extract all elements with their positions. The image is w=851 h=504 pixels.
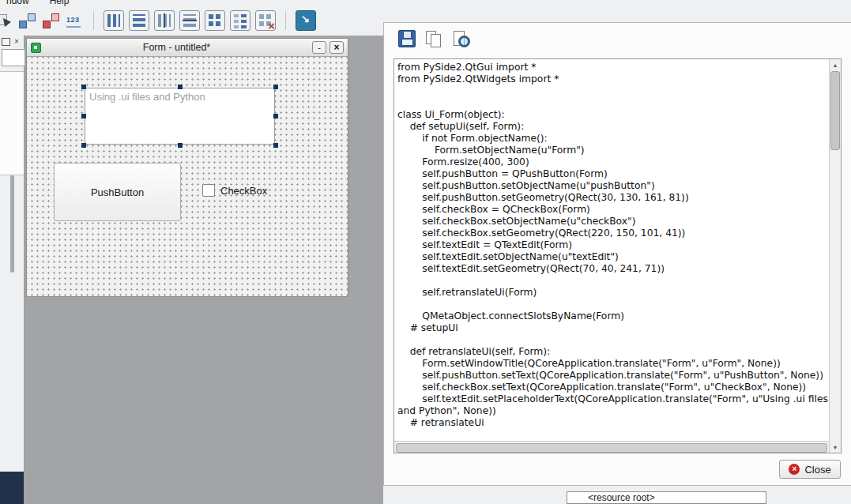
resource-root-item[interactable]: <resource root> (567, 491, 766, 504)
edit-buddies-icon[interactable] (41, 11, 60, 30)
dialog-close-button[interactable]: × Close (779, 460, 841, 479)
code-line: class Ui_Form(object): (397, 109, 829, 121)
checkbox-label: CheckBox (220, 185, 267, 197)
textedit[interactable]: Using .ui files and Python (85, 88, 275, 145)
vertical-scroll-thumb[interactable] (830, 71, 840, 150)
layout-vertical-icon[interactable] (129, 10, 149, 31)
widget-box-scrollbar[interactable] (10, 175, 14, 273)
break-layout-icon[interactable] (255, 10, 276, 31)
code-line: Form.resize(400, 300) (397, 156, 829, 168)
code-view[interactable]: from PySide2.QtGui import *from PySide2.… (393, 58, 842, 453)
code-line: # setupUi (397, 322, 829, 334)
textedit-widget[interactable]: Using .ui files and Python (85, 88, 275, 145)
horizontal-scroll-thumb[interactable] (396, 443, 827, 453)
dock-controls: × (2, 38, 19, 46)
form-canvas[interactable]: Using .ui files and Python PushButton (27, 57, 348, 296)
selection-handle-bottom-middle[interactable] (178, 143, 183, 148)
code-line: self.textEdit.setGeometry(QRect(70, 40, … (397, 263, 829, 275)
code-line: self.checkBox.setObjectName(u"checkBox") (397, 216, 829, 228)
widget-filter-input[interactable] (2, 49, 24, 66)
selection-handle-top-middle[interactable] (178, 85, 183, 89)
code-line: self.retranslateUi(Form) (397, 287, 829, 299)
close-button-label: Close (804, 464, 830, 476)
toolbar-separator (93, 11, 94, 30)
code-line: def retranslateUi(self, Form): (397, 346, 829, 358)
pushbutton-widget[interactable]: PushButton (54, 163, 181, 221)
minimize-button[interactable]: - (312, 41, 326, 54)
horizontal-scrollbar[interactable] (394, 441, 829, 453)
code-line: self.checkBox.setText(QCoreApplication.t… (397, 382, 829, 393)
code-line: from PySide2.QtWidgets import * (397, 73, 829, 85)
close-x-icon: × (789, 464, 800, 475)
code-line: from PySide2.QtGui import * (397, 62, 829, 73)
vertical-scrollbar[interactable]: ▲ ▼ (829, 59, 841, 453)
code-line: self.checkBox = QCheckBox(Form) (397, 204, 829, 216)
widget-box-list[interactable] (0, 71, 24, 175)
form-designer-window: Form - untitled* - × Using .ui files and… (26, 38, 348, 297)
edit-widgets-icon[interactable] (0, 11, 13, 30)
copy-icon[interactable] (425, 30, 442, 47)
toolbar-separator (285, 11, 286, 30)
form-file-icon (31, 43, 41, 53)
code-line (397, 299, 829, 310)
dock-float-icon[interactable] (2, 38, 10, 46)
code-line: # retranslateUi (397, 417, 829, 429)
window-close-button[interactable]: × (329, 41, 344, 54)
selection-handle-middle-right[interactable] (273, 114, 278, 118)
main-toolbar (0, 8, 316, 33)
code-line: self.textEdit.setPlaceholderText(QCoreAp… (397, 393, 829, 405)
selection-handle-middle-left[interactable] (81, 114, 86, 118)
code-preview-dialog: from PySide2.QtGui import *from PySide2.… (383, 22, 851, 486)
code-line: def setupUi(self, Form): (397, 121, 829, 133)
scroll-up-icon[interactable]: ▲ (830, 59, 841, 70)
code-line (397, 85, 829, 97)
code-line (397, 97, 829, 109)
qt-designer-app: ndow Help × Form - untitled* - × Using .… (0, 0, 851, 504)
code-text[interactable]: from PySide2.QtGui import *from PySide2.… (394, 59, 829, 441)
layout-grid-icon[interactable] (205, 10, 225, 31)
save-icon[interactable] (398, 30, 416, 47)
checkbox-widget[interactable]: CheckBox (202, 182, 267, 199)
pushbutton-label: PushButton (91, 186, 144, 198)
code-line (397, 334, 829, 346)
layout-splitter-vertical-icon[interactable] (179, 10, 200, 31)
widget-box-dock: × (0, 36, 24, 504)
code-line: self.pushButton.setText(QCoreApplication… (397, 370, 829, 382)
code-line: self.checkBox.setGeometry(QRect(220, 150… (397, 228, 829, 239)
code-dialog-toolbar (398, 30, 469, 47)
menubar: ndow Help (5, 0, 70, 7)
menu-help[interactable]: Help (48, 0, 71, 7)
form-window-titlebar[interactable]: Form - untitled* - × (27, 39, 348, 57)
menu-window[interactable]: ndow (5, 0, 31, 7)
find-icon[interactable] (452, 30, 469, 47)
layout-form-icon[interactable] (230, 10, 250, 31)
adjust-size-icon[interactable] (296, 10, 316, 31)
edit-signals-slots-icon[interactable] (17, 11, 36, 30)
selection-handle-bottom-left[interactable] (81, 143, 86, 148)
layout-splitter-horizontal-icon[interactable] (154, 10, 175, 31)
code-line: if not Form.objectName(): (397, 133, 829, 145)
mdi-area: Form - untitled* - × Using .ui files and… (24, 36, 383, 504)
code-line: self.pushButton = QPushButton(Form) (397, 168, 829, 180)
selection-handle-bottom-right[interactable] (273, 143, 278, 148)
layout-horizontal-icon[interactable] (104, 10, 124, 31)
code-line: Form.setObjectName(u"Form") (397, 145, 829, 156)
code-line: self.pushButton.setGeometry(QRect(30, 13… (397, 192, 829, 204)
resource-root-label: <resource root> (588, 492, 655, 503)
code-line: self.textEdit.setObjectName(u"textEdit") (397, 251, 829, 263)
edit-tab-order-icon[interactable] (65, 11, 84, 30)
selection-handle-top-right[interactable] (273, 85, 278, 89)
dock-close-icon[interactable]: × (14, 38, 19, 46)
checkbox-indicator[interactable] (202, 184, 215, 197)
textedit-placeholder: Using .ui files and Python (89, 91, 205, 103)
code-line: self.pushButton.setObjectName(u"pushButt… (397, 180, 829, 192)
code-line: Form.setWindowTitle(QCoreApplication.tra… (397, 358, 829, 370)
code-line (397, 275, 829, 287)
scroll-down-icon[interactable]: ▼ (830, 442, 841, 453)
form-window-title: Form - untitled* (44, 42, 309, 53)
code-line: and Python", None)) (397, 405, 829, 417)
code-line: QMetaObject.connectSlotsByName(Form) (397, 310, 829, 322)
dark-panel (0, 472, 24, 504)
selection-handle-top-left[interactable] (81, 85, 86, 89)
code-line: self.textEdit = QTextEdit(Form) (397, 239, 829, 251)
